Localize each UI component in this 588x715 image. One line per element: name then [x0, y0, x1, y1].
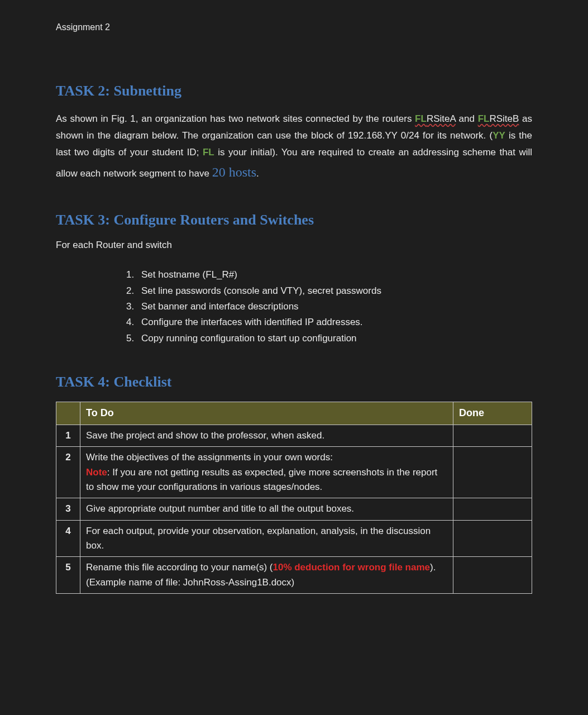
task3-steps-list: Set hostname (FL_R#) Set line passwords … — [56, 268, 532, 346]
task2-text-lead: As shown in Fig. 1, an organization has … — [56, 113, 415, 124]
document-page: Assignment 2 TASK 2: Subnetting As shown… — [0, 0, 588, 706]
task3-intro: For each Router and switch — [56, 240, 532, 251]
row-todo: For each output, provide your observatio… — [80, 520, 453, 557]
site-a-prefix: FL — [415, 113, 427, 124]
row-note: Note — [86, 467, 107, 478]
table-header-row: To Do Done — [56, 402, 532, 425]
site-b-prefix: FL — [478, 113, 490, 124]
task2-paragraph: As shown in Fig. 1, an organization has … — [56, 111, 532, 184]
col-done: Done — [453, 402, 532, 425]
row-done — [453, 425, 532, 446]
row-todo-text: Give appropriate output number and title… — [86, 503, 354, 514]
site-a-label: FLRSiteA — [415, 113, 456, 124]
table-row: 4For each output, provide your observati… — [56, 520, 532, 557]
task2-text-end: . — [256, 168, 259, 179]
row-done — [453, 447, 532, 498]
task3-step: Set banner and interface descriptions — [137, 299, 532, 314]
row-number: 1 — [56, 425, 80, 446]
row-todo: Give appropriate output number and title… — [80, 498, 453, 520]
row-note: 10% deduction for wrong file name — [273, 562, 429, 573]
hosts-count: 20 hosts — [212, 165, 256, 179]
task2-heading: TASK 2: Subnetting — [56, 83, 532, 99]
row-number: 4 — [56, 520, 80, 557]
row-number: 5 — [56, 557, 80, 594]
task4-heading: TASK 4: Checklist — [56, 374, 532, 390]
row-todo-text-post: : If you are not getting results as expe… — [86, 467, 437, 492]
row-todo-text: Write the objectives of the assignments … — [86, 452, 333, 463]
col-todo: To Do — [80, 402, 453, 425]
table-row: 1Save the project and show to the profes… — [56, 425, 532, 446]
task3-step: Copy running configuration to start up c… — [137, 331, 532, 346]
table-row: 3Give appropriate output number and titl… — [56, 498, 532, 520]
yy-placeholder: YY — [493, 130, 505, 141]
task2-text-and: and — [456, 113, 478, 124]
row-done — [453, 520, 532, 557]
row-todo: Save the project and show to the profess… — [80, 425, 453, 446]
table-row: 5Rename this file according to your name… — [56, 557, 532, 594]
site-b-rest: RSiteB — [489, 113, 519, 124]
site-b-label: FLRSiteB — [478, 113, 519, 124]
task3-step: Set hostname (FL_R#) — [137, 268, 532, 282]
row-done — [453, 498, 532, 520]
row-done — [453, 557, 532, 594]
task3-heading: TASK 3: Configure Routers and Switches — [56, 212, 532, 228]
fl-placeholder: FL — [203, 147, 214, 158]
row-todo: Write the objectives of the assignments … — [80, 447, 453, 498]
row-number: 3 — [56, 498, 80, 520]
row-todo-text: Rename this file according to your name(… — [86, 562, 273, 573]
task3-step: Set line passwords (console and VTY), se… — [137, 284, 532, 298]
page-header: Assignment 2 — [56, 22, 532, 32]
row-todo: Rename this file according to your name(… — [80, 557, 453, 594]
col-num — [56, 402, 80, 425]
row-number: 2 — [56, 447, 80, 498]
checklist-table: To Do Done 1Save the project and show to… — [56, 402, 532, 594]
site-a-rest: RSiteA — [427, 113, 456, 124]
row-todo-text: Save the project and show to the profess… — [86, 430, 324, 441]
table-row: 2Write the objectives of the assignments… — [56, 447, 532, 498]
task3-step: Configure the interfaces with identified… — [137, 315, 532, 330]
row-todo-text: For each output, provide your observatio… — [86, 526, 431, 551]
